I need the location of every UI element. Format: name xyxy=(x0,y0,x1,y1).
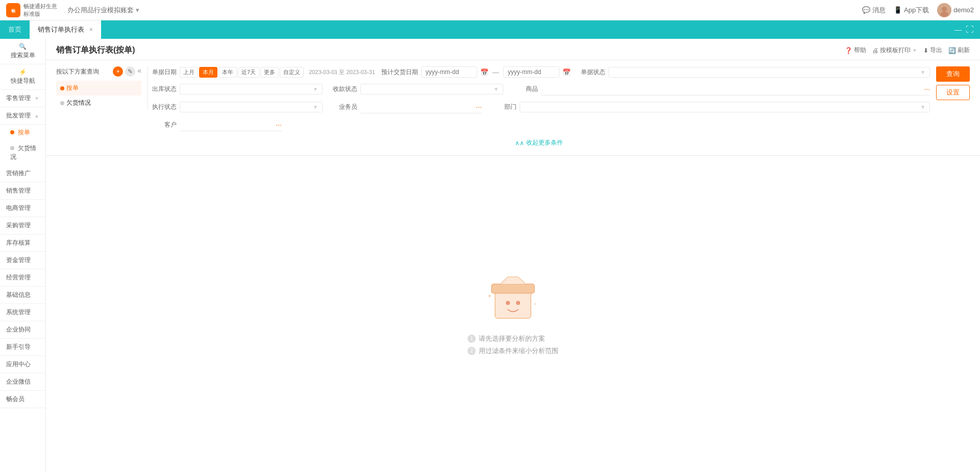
help-button[interactable]: ❓ 帮助 xyxy=(845,46,866,55)
print-dropdown-icon[interactable]: ▼ xyxy=(912,48,917,53)
sidebar-group-operations[interactable]: 经营管理 xyxy=(0,269,45,287)
breadcrumb: 办公用品行业模拟账套 ▾ xyxy=(67,6,139,15)
collect-status-arrow-icon: ▼ xyxy=(494,86,499,92)
sidebar-group-system[interactable]: 系统管理 xyxy=(0,304,45,321)
filter-scheme-panel: 按以下方案查询 + ✎ « 按单 xyxy=(56,66,148,110)
forecast-date-label: 预计交货日期 xyxy=(381,68,418,77)
logo-text: 畅捷通好生意 标准版 xyxy=(23,3,57,17)
app-download-label: App下载 xyxy=(904,6,929,15)
scheme-item-backorder[interactable]: 欠货情况 xyxy=(56,96,141,110)
dept-select[interactable]: ▼ xyxy=(520,102,930,112)
sidebar-group-member[interactable]: 畅会员 xyxy=(0,391,45,408)
customer-more-icon[interactable]: ··· xyxy=(276,121,282,129)
tab-close-icon[interactable]: × xyxy=(89,26,93,33)
product-more-icon[interactable]: ··· xyxy=(924,85,930,93)
forecast-date-end[interactable] xyxy=(503,66,559,78)
refresh-button[interactable]: 🔄 刷新 xyxy=(948,46,970,55)
doc-status-label: 单据状态 xyxy=(577,68,605,77)
tip-text-2: 用过滤条件来缩小分析范围 xyxy=(479,346,558,356)
sidebar-group-purchase[interactable]: 采购管理 xyxy=(0,217,45,234)
scheme-label-backorder: 欠货情况 xyxy=(66,99,91,107)
collect-status-label: 收款状态 xyxy=(329,85,357,93)
print-icon: 🖨 xyxy=(872,47,878,54)
edit-scheme-button[interactable]: ✎ xyxy=(125,66,135,77)
inactive-dot-icon xyxy=(10,146,14,150)
date-7days-btn[interactable]: 近7天 xyxy=(238,67,259,78)
date-label: 单据日期 xyxy=(148,68,177,77)
tab-sales-order[interactable]: 销售订单执行表 × xyxy=(30,20,101,39)
salesman-label: 业务员 xyxy=(329,103,357,111)
date-more-btn[interactable]: 更多 xyxy=(260,67,279,78)
date-range-text: 2023-03-01 至 2023-03-31 xyxy=(309,68,375,76)
sidebar-item-by-order[interactable]: 按单 xyxy=(0,125,45,140)
logo-icon: 畅 xyxy=(6,3,20,17)
date-this-year-btn[interactable]: 本年 xyxy=(218,67,237,78)
collapse-label: 收起更多条件 xyxy=(526,138,563,147)
add-icon: + xyxy=(116,68,120,75)
tab-fullscreen-icon[interactable]: ⛶ xyxy=(966,25,974,34)
sidebar-group-retail[interactable]: 零售管理 ▼ xyxy=(0,90,45,107)
breadcrumb-text: 办公用品行业模拟账套 xyxy=(67,6,134,15)
help-icon: ❓ xyxy=(845,47,852,54)
sidebar-quick-nav[interactable]: ⚡ 快捷导航 xyxy=(0,64,45,90)
scheme-item-byorder[interactable]: 按单 xyxy=(56,81,141,96)
mobile-icon: 📱 xyxy=(894,6,902,14)
sidebar-group-ecommerce[interactable]: 电商管理 xyxy=(0,200,45,217)
forecast-date-start[interactable] xyxy=(421,66,477,78)
user-menu[interactable]: demo2 xyxy=(937,3,974,17)
breadcrumb-arrow-icon[interactable]: ▾ xyxy=(136,6,139,14)
sidebar-group-wechat[interactable]: 企业微信 xyxy=(0,373,45,391)
filter-content: 单据日期 上月 本月 本年 近7天 更多 自定义 2023-03-01 至 20… xyxy=(148,66,930,149)
setup-button[interactable]: 设置 xyxy=(936,85,970,100)
date-last-month-btn[interactable]: 上月 xyxy=(180,67,198,78)
filter-dept-item: 部门 ▼ xyxy=(488,102,930,112)
calendar-end-icon[interactable]: 📅 xyxy=(562,68,571,76)
filter-salesman-item: 业务员 ··· xyxy=(329,101,482,113)
doc-status-select[interactable]: ▼ xyxy=(608,67,930,78)
filter-area: 按以下方案查询 + ✎ « 按单 xyxy=(46,60,980,156)
calendar-start-icon[interactable]: 📅 xyxy=(480,68,488,76)
sidebar-group-finance[interactable]: 资金管理 xyxy=(0,252,45,269)
print-button[interactable]: 🖨 按模板打印 ▼ xyxy=(872,46,917,55)
date-this-month-btn[interactable]: 本月 xyxy=(199,67,217,78)
by-order-label: 按单 xyxy=(18,129,30,136)
main-layout: 🔍 搜索菜单 ⚡ 快捷导航 零售管理 ▼ 批发管理 ▲ 按单 欠货情况 营销推广… xyxy=(0,39,980,472)
filter-wrap: 按以下方案查询 + ✎ « 按单 xyxy=(56,66,970,149)
app-download-button[interactable]: 📱 App下载 xyxy=(894,6,929,15)
collapse-scheme-icon[interactable]: « xyxy=(137,66,141,77)
date-custom-btn[interactable]: 自定义 xyxy=(280,67,304,78)
sidebar-group-inventory[interactable]: 库存核算 xyxy=(0,234,45,252)
sidebar-group-newbie[interactable]: 新手引导 xyxy=(0,339,45,356)
filter-scheme-title: 按以下方案查询 + ✎ « xyxy=(56,66,141,77)
query-button[interactable]: 查询 xyxy=(936,66,970,82)
svg-point-2 xyxy=(942,7,947,12)
date-sep: — xyxy=(492,68,500,76)
message-button[interactable]: 💬 消息 xyxy=(862,6,886,15)
sidebar-group-sales-label: 销售管理 xyxy=(6,186,31,195)
export-button[interactable]: ⬇ 导出 xyxy=(923,46,942,55)
add-scheme-button[interactable]: + xyxy=(113,66,123,77)
sidebar-search[interactable]: 🔍 搜索菜单 xyxy=(0,39,45,64)
filter-row-date: 单据日期 上月 本月 本年 近7天 更多 自定义 2023-03-01 至 20… xyxy=(148,66,930,78)
out-status-arrow-icon: ▼ xyxy=(313,86,318,92)
sidebar-group-base[interactable]: 基础信息 xyxy=(0,287,45,304)
top-nav-left: 畅 畅捷通好生意 标准版 办公用品行业模拟账套 ▾ xyxy=(6,3,139,17)
collect-status-select[interactable]: ▼ xyxy=(360,84,503,95)
tab-minimize-icon[interactable]: — xyxy=(954,26,962,34)
out-status-select[interactable]: ▼ xyxy=(180,84,323,95)
exec-status-select[interactable]: ▼ xyxy=(180,102,323,112)
sidebar-group-wholesale[interactable]: 批发管理 ▲ xyxy=(0,107,45,125)
print-label: 按模板打印 xyxy=(880,46,911,55)
sidebar-group-member-label: 畅会员 xyxy=(6,395,24,404)
sidebar-item-backorder[interactable]: 欠货情况 xyxy=(0,140,45,165)
filter-doc-status-item: 单据状态 ▼ xyxy=(577,67,930,78)
sidebar-group-marketing[interactable]: 营销推广 xyxy=(0,165,45,182)
sidebar-group-appstore[interactable]: 应用中心 xyxy=(0,356,45,373)
home-tab-label: 首页 xyxy=(8,25,21,34)
sidebar-group-corp[interactable]: 企业协同 xyxy=(0,321,45,339)
doc-status-arrow-icon: ▼ xyxy=(920,69,925,75)
tab-home[interactable]: 首页 xyxy=(0,20,30,39)
salesman-more-icon[interactable]: ··· xyxy=(476,103,482,111)
collapse-button[interactable]: ∧∧ 收起更多条件 xyxy=(148,136,930,149)
sidebar-group-sales[interactable]: 销售管理 xyxy=(0,182,45,200)
